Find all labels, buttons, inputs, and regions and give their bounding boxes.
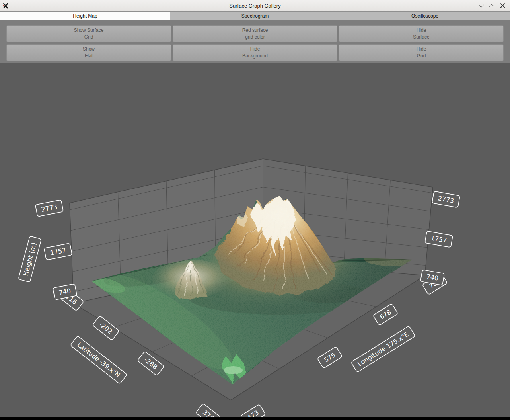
window-title: Surface Graph Gallery [0, 3, 510, 9]
svg-text:Longitude 175.x"E: Longitude 175.x"E [356, 330, 410, 368]
latitude-axis-title: Latitude -39.x"N [70, 336, 127, 384]
button-label-line: Show [83, 46, 95, 53]
tab-spectrogram[interactable]: Spectrogram [170, 11, 340, 20]
button-label-line: Grid [84, 34, 93, 41]
height-axis-tick: 1757 [44, 243, 72, 260]
toggle-grid-button[interactable]: Hide Grid [339, 44, 504, 61]
controls-grid: Show Surface Grid Red surface grid color… [6, 25, 504, 61]
toggle-background-button[interactable]: Hide Background [173, 44, 337, 61]
surface-grid-color-button[interactable]: Red surface grid color [173, 25, 337, 42]
minimize-button[interactable] [477, 1, 485, 10]
button-label-line: Grid [417, 53, 426, 59]
button-label-line: Flat [85, 53, 93, 59]
surface-chart[interactable]: 2773 1757 -116 740 Height (m) -202 -288 … [0, 63, 510, 417]
button-label-line: Hide [417, 46, 426, 53]
button-label-line: Hide [250, 46, 260, 53]
longitude-axis-tick: 473 [240, 404, 265, 417]
button-label-line: grid color [245, 34, 265, 41]
longitude-axis-tick: 678 [373, 303, 398, 325]
toggle-surface-button[interactable]: Hide Surface [339, 25, 504, 42]
button-label-line: Surface [413, 34, 429, 41]
height-axis-title: Height (m) [18, 236, 41, 282]
button-label-line: Hide [417, 27, 426, 34]
app-icon [2, 2, 9, 9]
screen-edge-strip [0, 417, 510, 420]
tab-bar: Height Map Spectrogram Oscilloscope [0, 11, 510, 20]
button-label-line: Red surface [242, 27, 268, 34]
surface-plot-svg: 2773 1757 -116 740 Height (m) -202 -288 … [0, 63, 510, 417]
button-label-line: Show Surface [74, 27, 104, 34]
close-button[interactable] [499, 1, 506, 10]
height-axis-tick: 2773 [35, 200, 64, 217]
chevron-down-icon [479, 2, 484, 8]
height-axis-tick: 740 [420, 270, 444, 285]
toggle-surface-grid-button[interactable]: Show Surface Grid [6, 25, 171, 42]
chevron-up-icon [489, 4, 494, 9]
maximize-button[interactable] [488, 1, 495, 10]
window-controls [477, 0, 506, 11]
height-axis-tick: 1757 [425, 231, 453, 247]
latitude-axis-tick: 374 [196, 403, 221, 417]
toggle-flat-button[interactable]: Show Flat [6, 44, 171, 61]
longitude-axis-title: Longitude 175.x"E [351, 326, 415, 373]
svg-text:Latitude -39.x"N: Latitude -39.x"N [76, 341, 122, 379]
height-axis-tick: 2773 [432, 191, 460, 207]
longitude-axis-tick: 575 [317, 346, 342, 368]
titlebar[interactable]: Surface Graph Gallery [0, 0, 510, 12]
close-icon [500, 3, 505, 8]
tab-oscilloscope[interactable]: Oscilloscope [340, 11, 510, 20]
button-label-line: Background [242, 53, 268, 59]
tab-height-map[interactable]: Height Map [0, 11, 170, 20]
